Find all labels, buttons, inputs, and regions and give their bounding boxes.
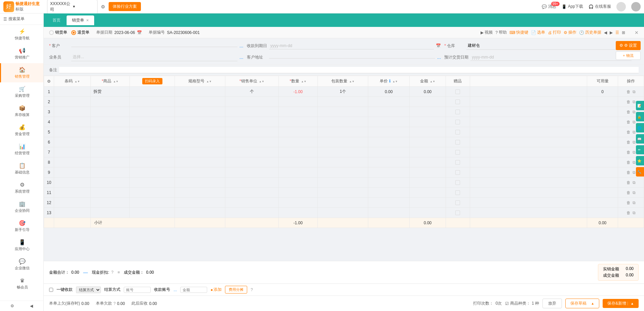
help-action[interactable]: ? 帮助	[495, 30, 507, 35]
sidebar-item-system[interactable]: ⚙ 系统管理	[0, 178, 43, 197]
online-support-button[interactable]: 🎧 在线客服	[589, 4, 611, 9]
payment-help-icon[interactable]: ?	[251, 287, 253, 292]
row-unit-price[interactable]	[368, 127, 410, 137]
history-action[interactable]: 🕐 历史单据	[579, 30, 601, 35]
row-amount[interactable]: 0.00	[409, 87, 446, 97]
row-barcode[interactable]	[54, 157, 90, 167]
row-goods[interactable]: 拆货	[90, 87, 129, 97]
row-spec[interactable]	[175, 87, 225, 97]
prev-record-icon[interactable]: ◀	[604, 30, 607, 35]
row-unit[interactable]	[225, 188, 278, 198]
sales-order-radio-button[interactable]	[49, 30, 54, 35]
row-goods[interactable]	[90, 167, 129, 178]
row-goods[interactable]	[90, 127, 129, 137]
row-pack-qty[interactable]	[317, 147, 368, 157]
row-barcode[interactable]	[54, 167, 90, 178]
row-unit-price[interactable]	[368, 157, 410, 167]
row-remark[interactable]	[470, 97, 587, 107]
row-goods[interactable]	[90, 137, 129, 147]
scan-button[interactable]: 扫码录入	[142, 78, 162, 84]
copy-icon[interactable]: ⧉	[633, 200, 636, 205]
settings-col-header[interactable]: ⚙	[44, 76, 54, 87]
sidebar-item-finance[interactable]: 💰 资金管理	[0, 121, 43, 140]
logistics-button[interactable]: + 物流	[616, 51, 641, 60]
row-barcode[interactable]	[54, 117, 90, 127]
delete-icon[interactable]: 🗑	[627, 210, 631, 215]
message-button[interactable]: 💬 消息 99+	[542, 4, 556, 9]
row-amount[interactable]	[409, 178, 446, 188]
row-gift[interactable]	[446, 167, 470, 178]
row-goods[interactable]	[90, 208, 129, 218]
row-quantity[interactable]	[278, 147, 317, 157]
due-date-calendar-icon[interactable]: 📅	[436, 43, 441, 48]
row-barcode[interactable]	[54, 188, 90, 198]
row-gift[interactable]	[446, 127, 470, 137]
sidebar-item-quick-nav[interactable]: ⚡ 快捷导航	[0, 25, 43, 44]
grid-view-icon[interactable]: ⊞	[622, 30, 625, 35]
add-payment-button[interactable]: ● 添加	[211, 287, 222, 293]
row-barcode[interactable]	[54, 107, 90, 117]
row-unit[interactable]	[225, 157, 278, 167]
row-goods[interactable]	[90, 178, 129, 188]
row-pack-qty[interactable]	[317, 157, 368, 167]
scan-col-header[interactable]: 扫码录入	[130, 76, 175, 87]
avatar[interactable]	[616, 2, 626, 11]
side-tab-star[interactable]: ⭐	[636, 156, 644, 165]
row-gift[interactable]	[446, 208, 470, 218]
copy-icon[interactable]: ⧉	[633, 140, 636, 145]
row-unit-price[interactable]	[368, 107, 410, 117]
row-gift[interactable]	[446, 178, 470, 188]
side-tab-globe[interactable]: 🌐	[636, 123, 644, 132]
row-quantity[interactable]	[278, 117, 317, 127]
row-amount[interactable]	[409, 167, 446, 178]
discount-info-icon[interactable]: ?	[111, 270, 114, 275]
copy-icon[interactable]: ⧉	[633, 89, 636, 94]
row-amount[interactable]	[409, 97, 446, 107]
row-unit[interactable]	[225, 178, 278, 188]
row-pack-qty[interactable]	[317, 97, 368, 107]
print-action[interactable]: 🖨 打印	[548, 30, 561, 35]
row-unit-price[interactable]	[368, 188, 410, 198]
customer-address-input[interactable]	[269, 56, 435, 59]
row-goods[interactable]	[90, 147, 129, 157]
select-action[interactable]: 📄 选单	[531, 30, 545, 35]
due-date-input[interactable]: yyyy-mm-dd	[269, 42, 434, 49]
row-unit[interactable]	[225, 137, 278, 147]
side-tab-pencil[interactable]: ✏	[636, 145, 644, 154]
copy-icon[interactable]: ⧉	[633, 160, 636, 165]
sales-order-radio[interactable]: 销货单	[49, 30, 67, 35]
row-spec[interactable]	[175, 157, 225, 167]
row-unit[interactable]	[225, 198, 278, 208]
copy-icon[interactable]: ⧉	[633, 150, 636, 155]
row-unit-price[interactable]	[368, 97, 410, 107]
row-unit[interactable]	[225, 97, 278, 107]
row-unit[interactable]	[225, 147, 278, 157]
row-unit[interactable]	[225, 208, 278, 218]
row-unit-price[interactable]	[368, 208, 410, 218]
warehouse-input[interactable]: 建材仓	[466, 42, 633, 50]
row-remark[interactable]	[470, 167, 587, 178]
return-order-radio-button[interactable]	[71, 30, 76, 35]
row-goods[interactable]	[90, 107, 129, 117]
row-remark[interactable]	[470, 157, 587, 167]
expense-split-button[interactable]: 费用分摊	[225, 286, 247, 294]
row-unit[interactable]	[225, 127, 278, 137]
sidebar-item-app-center[interactable]: 📱 应用中心	[0, 236, 43, 255]
row-goods[interactable]	[90, 188, 129, 198]
unit-sort-icon[interactable]: ▲▼	[259, 80, 264, 83]
row-remark[interactable]	[470, 107, 587, 117]
row-remark[interactable]	[470, 208, 587, 218]
delete-icon[interactable]: 🗑	[627, 200, 631, 205]
row-amount[interactable]	[409, 157, 446, 167]
row-remark[interactable]	[470, 127, 587, 137]
row-quantity[interactable]	[278, 208, 317, 218]
sidebar-item-basic[interactable]: 📋 基础信息	[0, 159, 43, 178]
delete-icon[interactable]: 🗑	[627, 150, 631, 155]
row-gift[interactable]	[446, 157, 470, 167]
row-unit[interactable]	[225, 107, 278, 117]
close-tab-icon[interactable]: ✕	[86, 18, 89, 22]
row-pack-qty[interactable]	[317, 137, 368, 147]
sidebar-item-operations[interactable]: 📊 经营管理	[0, 140, 43, 159]
row-unit-price[interactable]	[368, 167, 410, 178]
row-spec[interactable]	[175, 167, 225, 178]
